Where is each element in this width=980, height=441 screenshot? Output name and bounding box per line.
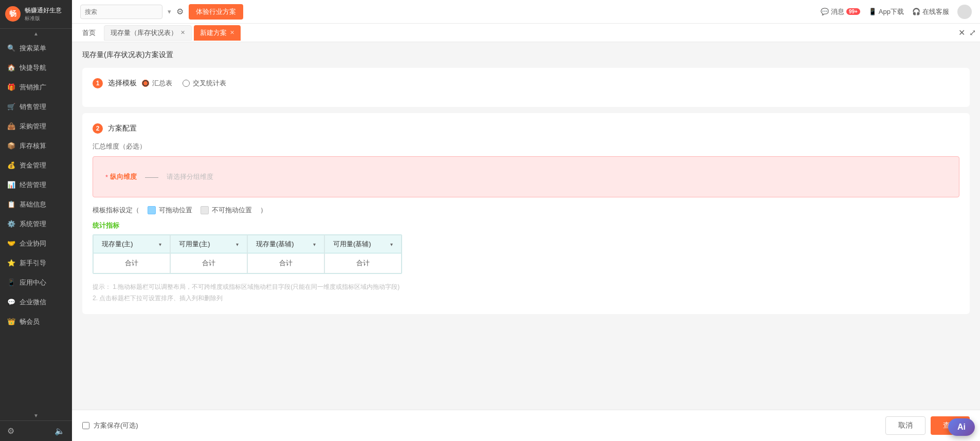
settings-bottom-icon[interactable]: ⚙ [7, 426, 14, 436]
stats-col-3-header: 现存量(基辅) ▾ [248, 235, 324, 253]
sidebar-scroll-down[interactable]: ▼ [0, 411, 72, 420]
handshake-icon: 🤝 [7, 240, 15, 248]
section-template: 1 选择模板 汇总表 交叉统计表 [82, 68, 970, 107]
stats-col-3-dropdown-icon[interactable]: ▾ [313, 242, 316, 247]
sidebar-item-label: 应用中心 [20, 278, 46, 287]
tab-home[interactable]: 首页 [76, 25, 102, 41]
tab-new-plan[interactable]: 新建方案 ✕ [194, 25, 241, 41]
radio-summary-label: 汇总表 [152, 79, 172, 88]
cart-icon: 🛒 [7, 103, 15, 111]
user-avatar[interactable] [957, 5, 972, 19]
radio-summary-input[interactable] [142, 80, 149, 87]
search-dropdown-icon[interactable]: ▾ [168, 8, 171, 15]
stats-col-2-dropdown-icon[interactable]: ▾ [236, 242, 239, 247]
sidebar-scroll-up[interactable]: ▲ [0, 29, 72, 39]
save-checkbox[interactable] [82, 422, 89, 429]
sidebar-item-app-center[interactable]: 📱 应用中心 [0, 273, 72, 292]
online-service-item[interactable]: 🎧 在线客服 [912, 7, 949, 16]
box-icon: 📦 [7, 142, 15, 150]
sidebar-item-label: 基础信息 [20, 200, 46, 209]
tab-new-plan-close-icon[interactable]: ✕ [230, 29, 234, 36]
stats-table-header: 现存量(主) ▾ 合计 可用量(主) ▾ 合计 [93, 235, 402, 273]
sidebar-item-marketing[interactable]: 🎁 营销推广 [0, 78, 72, 97]
app-download-item[interactable]: 📱 App下载 [868, 7, 904, 16]
sidebar-item-label: 资金管理 [20, 161, 46, 170]
stats-col-2-label: 可用量(主) [179, 240, 210, 249]
section1-title: 选择模板 [108, 79, 137, 88]
app-download-label: App下载 [879, 7, 904, 16]
sidebar-item-purchase[interactable]: 👜 采购管理 [0, 117, 72, 136]
headset-icon: 🎧 [912, 8, 920, 15]
sidebar-item-label: 营销推广 [20, 83, 46, 92]
sidebar-item-wechat[interactable]: 💬 企业微信 [0, 292, 72, 312]
stats-col-1-dropdown-icon[interactable]: ▾ [159, 242, 161, 247]
sidebar-nav: 🔍 搜索菜单 🏠 快捷导航 🎁 营销推广 🛒 销售管理 👜 采购管理 📦 库存核… [0, 39, 72, 411]
cancel-button[interactable]: 取消 [885, 416, 925, 435]
stats-label: 统计指标 [93, 221, 959, 230]
footer-bar: 方案保存(可选) 取消 查询 [72, 410, 980, 441]
page-title: 现存量(库存状况表)方案设置 [82, 50, 970, 60]
settings-icon[interactable]: ⚙ [176, 7, 184, 16]
wechat-icon: 💬 [7, 298, 15, 306]
sidebar-item-sales[interactable]: 🛒 销售管理 [0, 97, 72, 117]
stats-col-1-label: 现存量(主) [102, 240, 133, 249]
tab-inventory-status[interactable]: 现存量（库存状况表） ✕ [104, 25, 192, 41]
sidebar-item-label: 畅会员 [20, 317, 40, 326]
no-drag-box-icon [201, 206, 209, 214]
message-badge: 99+ [846, 8, 860, 15]
dimension-area[interactable]: * 纵向维度 —— 请选择分组维度 [93, 156, 959, 197]
nodrag-indicator: 不可拖动位置 [201, 206, 252, 215]
vip-icon: 👑 [7, 318, 15, 326]
tab-expand-button[interactable]: ⤢ [969, 28, 976, 38]
sidebar-item-inventory[interactable]: 📦 库存核算 [0, 136, 72, 156]
sidebar-item-finance[interactable]: 💰 资金管理 [0, 156, 72, 175]
money-icon: 💰 [7, 161, 15, 170]
drag-indicator: 可拖动位置 [148, 206, 192, 215]
radio-cross-input[interactable] [183, 80, 190, 87]
tab-inventory-label: 现存量（库存状况表） [111, 28, 177, 38]
radio-cross[interactable]: 交叉统计表 [183, 79, 226, 88]
section2-title: 方案配置 [108, 124, 137, 133]
sidebar-item-basic-info[interactable]: 📋 基础信息 [0, 195, 72, 214]
sidebar-item-quick-nav[interactable]: 🏠 快捷导航 [0, 58, 72, 78]
sidebar-item-member[interactable]: 👑 畅会员 [0, 312, 72, 332]
tips-area: 提示： 1.拖动标题栏可以调整布局，不可跨维度或指标区域拖动栏目字段(只能在同一… [93, 282, 959, 304]
audio-bottom-icon[interactable]: 🔈 [55, 426, 65, 436]
message-label: 消息 [831, 7, 844, 16]
ai-float-button[interactable]: Ai [948, 418, 975, 436]
stats-col-4-dropdown-icon[interactable]: ▾ [390, 242, 393, 247]
grid-icon: 📱 [7, 279, 15, 287]
stats-col-1: 现存量(主) ▾ 合计 [93, 235, 170, 273]
message-item[interactable]: 💬 消息 99+ [821, 7, 860, 16]
search-input[interactable] [80, 5, 162, 19]
radio-summary[interactable]: 汇总表 [142, 79, 172, 88]
tab-close-window-button[interactable]: ✕ [958, 28, 965, 38]
sidebar-item-label: 新手引导 [20, 259, 46, 268]
message-icon: 💬 [821, 8, 829, 15]
sidebar-item-search-menu[interactable]: 🔍 搜索菜单 [0, 39, 72, 58]
summary-dimension-label: 汇总维度（必选） [93, 142, 959, 151]
stats-col-4-label: 可用量(基辅) [333, 240, 371, 249]
tabs-bar: 首页 现存量（库存状况表） ✕ 新建方案 ✕ ✕ ⤢ [72, 24, 980, 42]
tip-1: 提示： 1.拖动标题栏可以调整布局，不可跨维度或指标区域拖动栏目字段(只能在同一… [93, 282, 959, 293]
sidebar-item-system[interactable]: ⚙️ 系统管理 [0, 214, 72, 234]
chart-icon: 📊 [7, 181, 15, 189]
trial-button[interactable]: 体验行业方案 [189, 4, 243, 20]
sidebar-item-label: 企业协同 [20, 239, 46, 248]
dimension-arrow: —— [145, 173, 158, 181]
sidebar-item-new-guide[interactable]: ⭐ 新手引导 [0, 253, 72, 273]
tip-2: 2. 点击标题栏下拉可设置排序、插入列和删除列 [93, 293, 959, 304]
info-icon: 📋 [7, 200, 15, 209]
stats-table-wrapper: 现存量(主) ▾ 合计 可用量(主) ▾ 合计 [93, 234, 402, 274]
dimension-label: 纵向维度 [110, 172, 137, 181]
stats-col-3-label: 现存量(基辅) [256, 240, 294, 249]
sidebar-item-operation[interactable]: 📊 经营管理 [0, 175, 72, 195]
tabs-actions: ✕ ⤢ [958, 28, 976, 38]
template-indicator-label: 模板指标设定（ [93, 206, 139, 215]
topbar-left: ▾ ⚙ 体验行业方案 [80, 4, 243, 20]
tab-inventory-close-icon[interactable]: ✕ [180, 29, 185, 36]
sidebar-item-enterprise[interactable]: 🤝 企业协同 [0, 234, 72, 253]
drag-label: 可拖动位置 [159, 206, 192, 215]
sidebar-item-label: 经营管理 [20, 180, 46, 190]
topbar: ▾ ⚙ 体验行业方案 💬 消息 99+ 📱 App下载 🎧 在线客服 [72, 0, 980, 24]
